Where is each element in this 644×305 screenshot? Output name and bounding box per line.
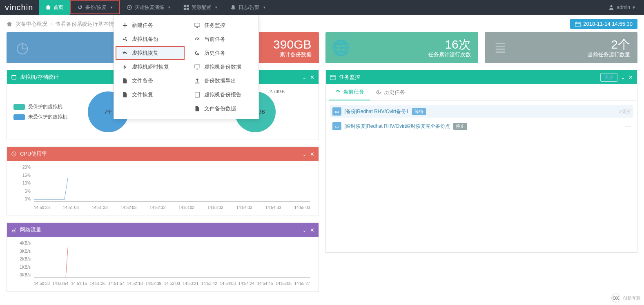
dd-file-backup[interactable]: 文件备份 [114,74,186,88]
nav-backup[interactable]: 备份/恢复 ▾ [70,0,120,14]
dd-backup-export[interactable]: 备份数据导出 [186,74,258,88]
close-icon[interactable]: ✕ [310,151,314,157]
nav-backup-label: 备份/恢复 [85,4,106,11]
collapse-icon[interactable]: ⌄ [302,151,307,157]
panel-body: 0%5%10%15%20%14:50:3314:51:0314:51:3314:… [7,161,319,216]
dd-task-monitor[interactable]: 任务监控 [186,18,258,32]
close-icon[interactable]: ✕ [310,227,314,233]
file-icon [122,92,128,98]
dd-vm-instant[interactable]: 虚拟机瞬时恢复 [114,60,186,74]
tile-task-count[interactable]: 🌐 16次任务累计运行次数 [325,32,478,63]
file-icon [122,78,128,84]
y-tick: 0KB/s [12,273,31,277]
task-row[interactable]: ▭ [瞬时恢复]Redhat RHV/Ovirt瞬时恢复完全备份点 停止 ---… [330,120,633,132]
nav-dr[interactable]: 灾难恢复演练 ▾ [120,0,177,15]
nav-log-label: 日志/告警 [238,4,259,11]
dd-history-task[interactable]: 历史任务 [186,46,258,60]
right-column: 任务监控 更多 ⌄ ✕ 当前任务 历史任务 ▭ [备份]Redhat RHV/O… [325,70,638,253]
panel-cpu: CPU使用率 ⌄ ✕ 0%5%10%15%20%14:50:3314:51:03… [7,147,319,216]
x-tick: 14:54:45 [257,281,273,286]
x-tick: 14:54:03 [220,281,236,286]
dd-new-task[interactable]: 新建任务 [114,18,186,32]
y-tick: 4KB/s [12,241,31,245]
task-time: ---- [624,124,631,129]
calendar-icon [330,74,336,80]
panel-title: 网络流量 [20,226,41,234]
chevron-down-icon: ▾ [168,5,170,9]
tile-running[interactable]: ≣ 2个当前任务运行数量 [485,32,637,63]
panel-header: 网络流量 ⌄ ✕ [7,223,319,237]
timestamp-text: 2018-11-14 14:55:30 [583,21,633,27]
panel-body: 0KB/s1KB/s2KB/s3KB/s4KB/s14:50:3314:50:5… [7,237,319,292]
close-icon[interactable]: ✕ [310,74,314,80]
crumb-a[interactable]: 灾备中心概况 [16,20,47,28]
collapse-icon[interactable]: ⌄ [302,74,307,80]
stat-tiles: ◷ 324系统 ▮▮▮ 390GB累计备份数据 🌐 16次任务累计运行次数 ≣ … [0,32,644,70]
x-tick: 14:55:06 [276,281,292,286]
x-tick: 14:54:33 [265,205,281,210]
x-tick: 14:52:03 [120,205,136,210]
dd-file-restore[interactable]: 文件恢复 [114,88,186,102]
top-nav: vinchin 首页 备份/恢复 ▾ 灾难恢复演练 ▾ 资源配置 ▾ 日志/告警… [0,0,644,15]
dd-current-task[interactable]: 当前任务 [186,32,258,46]
legend-label: 受保护的虚拟机 [28,103,62,110]
close-icon[interactable]: ✕ [628,74,633,80]
plus-icon [122,22,128,28]
x-tick: 14:51:15 [71,281,87,286]
x-tick: 14:55:27 [294,281,310,286]
file-icon [194,106,200,111]
x-tick: 14:52:33 [149,205,165,210]
nav-home[interactable]: 首页 [39,0,70,15]
task-row[interactable]: ▭ [备份]Redhat RHV/Ovirt备份1 等待 2天后 [330,105,633,118]
x-tick: 14:54:24 [238,281,254,286]
x-tick: 14:50:33 [34,205,50,210]
monitor-icon [194,64,200,70]
nav-resource[interactable]: 资源配置 ▾ [177,0,224,15]
history-icon [376,89,381,95]
dd-file-backup-data[interactable]: 文件备份数据 [186,102,258,116]
panel-header: CPU使用率 ⌄ ✕ [7,147,319,161]
dd-vm-backup-data[interactable]: 虚拟机备份数据 [186,60,258,74]
watermark-text: 创新互联 [623,295,641,299]
monitor-icon: ▭ [332,107,341,116]
monitor-icon: ▭ [332,122,341,130]
watermark: OX 创新互联 [611,294,641,298]
task-name: [瞬时恢复]Redhat RHV/Ovirt瞬时恢复完全备份点 [345,123,450,130]
legend-label: 未受保护的虚拟机 [28,114,67,120]
nav-log[interactable]: 日志/告警 ▾ [224,0,272,15]
dd-vm-backup[interactable]: 虚拟机备份 [114,32,186,46]
tab-current[interactable]: 当前任务 [329,84,370,100]
dd-vm-restore[interactable]: 虚拟机恢复 [116,46,185,60]
x-tick: 14:50:54 [53,281,69,286]
server-icon: ≣ [489,39,512,56]
dd-vm-backup-report[interactable]: 虚拟机备份报告 [186,88,258,102]
svg-rect-7 [195,23,200,27]
bolt-icon [122,64,128,70]
undo-icon [122,50,128,56]
nav-user[interactable]: admin ▾ [603,4,641,10]
svg-rect-2 [183,5,185,7]
x-tick: 14:53:33 [207,205,223,210]
y-tick: 2KB/s [12,257,31,261]
history-icon [194,50,200,56]
panel-title: 任务监控 [339,73,360,81]
y-tick: 0% [12,197,31,201]
x-tick: 14:55:03 [294,205,310,210]
tab-history[interactable]: 历史任务 [370,84,411,100]
tile-lbl: 当前任务运行数量 [512,51,630,58]
collapse-icon[interactable]: ⌄ [621,74,625,80]
svg-point-1 [129,7,130,8]
cpu-chart[interactable]: 0%5%10%15%20%14:50:3314:51:0314:51:3314:… [12,166,314,211]
clock-icon [11,151,17,157]
calendar-icon [575,21,581,27]
network-chart[interactable]: 0KB/s1KB/s2KB/s3KB/s4KB/s14:50:3314:50:5… [12,242,314,287]
collapse-icon[interactable]: ⌄ [302,227,307,233]
y-tick: 3KB/s [12,249,31,254]
x-tick: 14:53:42 [201,281,217,286]
y-tick: 15% [12,173,31,178]
x-tick: 14:53:03 [178,205,194,210]
task-time: 2天后 [619,109,631,115]
more-button[interactable]: 更多 [600,73,617,82]
globe-icon: 🌐 [330,39,352,56]
x-tick: 14:51:57 [108,281,124,286]
